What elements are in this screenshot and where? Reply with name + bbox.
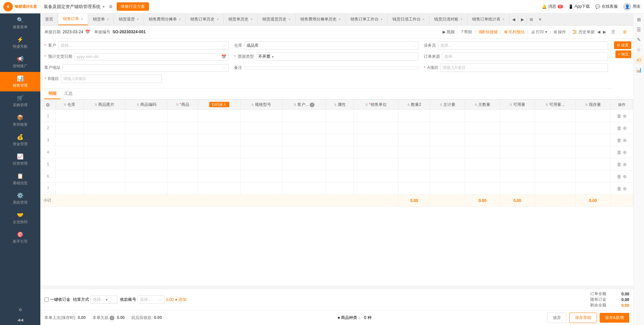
remark-input[interactable]	[244, 67, 418, 69]
right-panel-icon-3[interactable]: ✎	[634, 35, 644, 44]
delivery-calendar-icon[interactable]: 📅	[221, 54, 226, 59]
a-project-input[interactable]: 请输入A项目	[440, 64, 608, 72]
app-download-button[interactable]: 📱 App下载	[568, 4, 590, 9]
tab-expense-history[interactable]: 销售费用分摊单历史 ×	[296, 14, 346, 25]
tab-next-button[interactable]: ▶	[518, 15, 527, 24]
tab-home[interactable]: 首页	[40, 14, 58, 25]
help-button[interactable]: ? 帮助	[461, 29, 472, 35]
copy-row-icon[interactable]: ⊕	[623, 162, 627, 167]
row-1-spec[interactable]	[240, 110, 282, 122]
address-dots[interactable]: ···	[223, 66, 226, 70]
tab-summary[interactable]: 汇总	[61, 89, 77, 99]
row-1-mainunit[interactable]	[430, 110, 465, 122]
one-click-checkbox[interactable]	[44, 297, 49, 302]
copy-row-icon[interactable]: ⊕	[623, 137, 627, 143]
copy-row-icon[interactable]: ⊕	[623, 174, 627, 179]
customer-input[interactable]: 选择... ···	[58, 41, 229, 50]
tab-daily-clear-work[interactable]: 钱货日清工作台 ×	[388, 14, 430, 25]
b-project-input[interactable]: 请输入B项目	[61, 75, 162, 83]
sidebar-item-inventory[interactable]: 📦 库存核算	[0, 111, 40, 130]
tab-close-icon[interactable]: ×	[289, 17, 291, 21]
tab-close-icon[interactable]: ×	[339, 17, 341, 21]
tab-order-workbench[interactable]: 销售订单工作台 ×	[346, 14, 388, 25]
right-panel-icon-4[interactable]: ☆	[634, 45, 644, 54]
sidebar-item-purchase[interactable]: 🛒 采购管理	[0, 91, 40, 111]
profit-button[interactable]: ✿ 毛利预估	[504, 29, 525, 35]
delete-row-icon[interactable]: 🗑	[617, 162, 621, 167]
staff-input[interactable]: 选择...	[438, 41, 608, 50]
sidebar-item-basic-info[interactable]: 📋 基础信息	[0, 169, 40, 189]
tab-order-summary[interactable]: 销售订单统计表 ×	[467, 14, 509, 25]
right-panel-icon-1[interactable]: ⊞	[634, 15, 644, 24]
save-draft-button[interactable]: 保存草稿	[569, 313, 597, 323]
copy-row-icon[interactable]: ⊕	[623, 113, 627, 119]
settings-button[interactable]: ⚙ 设置	[614, 41, 631, 49]
current-balance-info-icon[interactable]: i	[110, 316, 114, 320]
sidebar-item-finance[interactable]: 💰 资金管理	[0, 130, 40, 150]
row-1-custsku[interactable]	[282, 110, 326, 122]
tab-close-icon[interactable]: ×	[217, 17, 219, 21]
customer-dots[interactable]: ···	[223, 43, 226, 48]
sidebar-expand-button[interactable]: ⚙	[0, 305, 40, 315]
payment-select[interactable]: 选择... ▾	[90, 295, 117, 304]
address-input[interactable]: ···	[63, 64, 229, 72]
row-1-sku[interactable]	[125, 110, 167, 122]
row-1-warehouse[interactable]	[55, 110, 83, 122]
tab-detail[interactable]: 明细	[44, 89, 61, 99]
dropdown-arrow-icon[interactable]: ▾	[103, 4, 105, 9]
tab-return-history[interactable]: 销货退货历史 ×	[258, 14, 296, 25]
tab-close-icon[interactable]: ×	[81, 17, 83, 21]
copy-row-icon[interactable]: ⊕	[623, 150, 627, 155]
sidebar-item-management[interactable]: 📈 经营管理	[0, 150, 40, 169]
tab-close-icon[interactable]: ×	[423, 17, 425, 21]
tab-close-icon[interactable]: ×	[251, 17, 253, 21]
industry-button[interactable]: 体验行业方案	[117, 2, 149, 11]
warehouse-dots[interactable]: ···	[413, 43, 416, 48]
row-1-unit[interactable]	[354, 110, 399, 122]
sidebar-item-system[interactable]: ⚙️ 系统管理	[0, 189, 40, 208]
delete-row-icon[interactable]: 🗑	[617, 137, 621, 143]
right-panel-icon-5[interactable]: 🏷	[634, 55, 644, 65]
tab-close-icon[interactable]: ×	[107, 17, 109, 21]
invoice-select[interactable]: 不开票 ▾	[256, 52, 418, 61]
tab-order-history[interactable]: 销售订单历史 ×	[186, 14, 224, 25]
delivery-input[interactable]: yyyy-mm-dd 📅	[74, 53, 229, 60]
copy-row-icon[interactable]: ⊕	[623, 186, 627, 191]
sidebar-item-collab[interactable]: 🤝 企业协同	[0, 208, 40, 228]
horizontal-scrollbar[interactable]	[40, 285, 633, 289]
list-view-button[interactable]: ☰	[609, 28, 618, 36]
user-avatar[interactable]: 👤 用友	[623, 3, 641, 11]
account-dots[interactable]: ···	[159, 297, 162, 302]
view-video-button[interactable]: ▶ 视频	[443, 29, 455, 35]
sidebar-item-sales[interactable]: 📊 销售管理	[0, 72, 40, 91]
tab-close-icon[interactable]: ×	[179, 17, 181, 21]
save-new-button[interactable]: 保存&新增	[600, 313, 629, 323]
order-source-input[interactable]: 选择...	[442, 52, 608, 61]
tab-sales-invoice[interactable]: 销货单 ×	[88, 14, 114, 25]
column-settings-icon[interactable]: ⚙	[46, 102, 50, 108]
tab-sales-return[interactable]: 销货退货 ×	[114, 14, 144, 25]
online-service-button[interactable]: 💬 在线客服	[595, 4, 618, 9]
row-2-warehouse[interactable]	[55, 122, 83, 134]
prev-doc-button[interactable]: ◀	[597, 30, 600, 34]
right-panel-icon-6[interactable]: 📊	[634, 65, 644, 75]
message-button[interactable]: 🔔 消息 9	[542, 4, 563, 9]
delete-row-icon[interactable]: 🗑	[617, 150, 621, 155]
row-1-scan[interactable]	[198, 110, 240, 122]
print-button[interactable]: 🖨 打印 ▾	[531, 29, 547, 35]
sidebar-collapse-button[interactable]: ◀◀	[0, 315, 40, 325]
row-1-qty2[interactable]	[398, 110, 430, 122]
row-1-mainqty[interactable]	[465, 110, 500, 122]
copy-row-icon[interactable]: ⊕	[623, 125, 627, 131]
row-1-stock[interactable]	[575, 110, 610, 122]
tab-sales-order[interactable]: 销售订单 ×	[58, 13, 88, 25]
sidebar-item-marketing[interactable]: 📢 营销推广	[0, 52, 40, 72]
calendar-icon[interactable]: 📅	[85, 30, 90, 34]
delete-row-icon[interactable]: 🗑	[617, 113, 621, 119]
delete-row-icon[interactable]: 🗑	[617, 174, 621, 179]
sidebar-item-guide[interactable]: 🎯 新手引导	[0, 228, 40, 247]
right-panel-icon-2[interactable]: ☰	[634, 25, 644, 34]
tab-daily-clear-account[interactable]: 钱货日清对账 ×	[429, 14, 467, 25]
tab-prev-button[interactable]: ◀	[509, 15, 518, 24]
row-1-image[interactable]	[83, 110, 125, 122]
